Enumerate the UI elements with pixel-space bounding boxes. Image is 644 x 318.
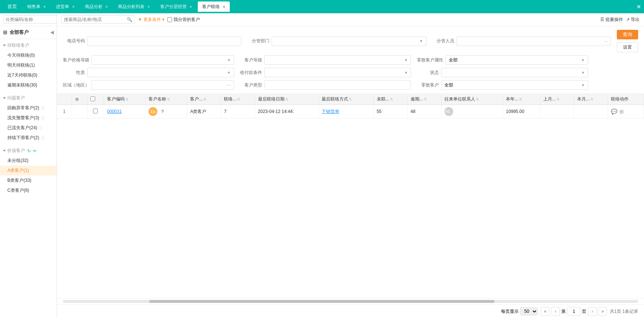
row-checkbox[interactable] <box>87 105 104 119</box>
sidebar-item-class-a[interactable]: A类客户(1) <box>0 166 57 176</box>
close-tab-analysis-list[interactable]: × <box>147 4 150 9</box>
th-no-contact: 未联...⇅ <box>373 94 407 105</box>
sort-icon[interactable]: ⇅ <box>349 97 352 101</box>
prev-page-button[interactable]: ‹ <box>551 307 560 316</box>
sidebar-item-class-b[interactable]: B类客户(33) <box>0 176 57 186</box>
area-select[interactable]: ··· <box>92 80 234 90</box>
th-checkbox[interactable] <box>87 94 104 105</box>
row-code[interactable]: 000031 <box>104 105 146 119</box>
sort-icon[interactable]: ⇅ <box>519 97 522 101</box>
chevron-down-icon: ▼ <box>581 71 585 75</box>
price-level-select[interactable]: ▼ <box>92 55 234 65</box>
sidebar-item-declining[interactable]: 持续下滑客户(2) ⓘ <box>0 133 57 143</box>
phone-input[interactable] <box>87 36 242 46</box>
sidebar-item-overdue-pending[interactable]: 逾期未联络(30) <box>0 80 57 90</box>
sidebar-item-class-c[interactable]: C类客户(6) <box>0 186 57 195</box>
scrollbar-thumb[interactable] <box>149 300 494 303</box>
sidebar-item-tomorrow-pending[interactable]: 明天待联络(1) <box>0 60 57 70</box>
sort-icon[interactable]: ⇅ <box>424 97 427 101</box>
horizontal-scrollbar[interactable] <box>63 300 638 303</box>
sort-icon[interactable]: ⇅ <box>203 97 206 101</box>
sort-icon[interactable]: ⇅ <box>125 97 128 101</box>
payment-select[interactable]: ▼ <box>264 68 411 77</box>
sidebar-item-churned[interactable]: 已流失客户(24) ⓘ <box>0 123 57 133</box>
gear-icon[interactable]: ⚙ <box>75 97 79 102</box>
value-section-title[interactable]: 价值客户 ↻ ✏ <box>0 146 57 156</box>
row-name: Ea ？ <box>146 105 187 119</box>
pending-section-title[interactable]: 待联络客户 <box>0 40 57 50</box>
sort-icon[interactable]: ⇅ <box>476 97 479 101</box>
first-page-button[interactable]: « <box>541 307 550 316</box>
value-edit-icon[interactable]: ✏ <box>33 148 37 153</box>
sort-icon[interactable]: ⇅ <box>167 97 170 101</box>
message-icon[interactable]: 💬 <box>611 109 617 114</box>
close-tab-analysis[interactable]: × <box>105 4 108 9</box>
filter-more-button[interactable]: ▼ 更多条件 ▾ <box>138 17 164 23</box>
tab-sales-order[interactable]: 销售单 × <box>23 1 50 12</box>
manager-select[interactable]: ··· <box>457 36 611 46</box>
close-tab-purchase[interactable]: × <box>72 4 74 9</box>
qr-icon[interactable]: ⊞ <box>619 109 624 114</box>
next-page-button[interactable]: › <box>588 307 597 316</box>
select-all-checkbox[interactable] <box>90 96 95 101</box>
sidebar-item-ungrouped[interactable]: 未分组(32) <box>0 156 57 166</box>
sort-icon[interactable]: ⇅ <box>390 97 393 101</box>
row-level: A类客户 <box>187 105 221 119</box>
filter-phone: 电话号码 <box>63 36 242 46</box>
sort-icon[interactable]: ⇅ <box>557 97 559 101</box>
sort-icon[interactable]: ⇅ <box>285 97 288 101</box>
problem-collapse-icon <box>3 97 6 99</box>
tab-customer-segment[interactable]: 客户分层经营 × <box>156 1 196 12</box>
tab-product-analysis[interactable]: 商品分析 × <box>80 1 112 12</box>
sort-icon[interactable]: ⇅ <box>237 97 240 101</box>
grid-icon: ⊞ <box>3 29 7 35</box>
query-button[interactable]: 查询 <box>617 30 638 39</box>
export-button[interactable]: ↗ 导出 <box>626 17 640 23</box>
dept-select[interactable]: ▼ <box>272 36 426 46</box>
settings-button[interactable]: 设置 <box>617 42 638 52</box>
close-tab-segment[interactable]: × <box>190 4 192 9</box>
th-action: 联络动作 <box>608 94 644 105</box>
sidebar-item-churn-warning[interactable]: 流失预警客户(3) ⓘ <box>0 113 57 123</box>
main-content: 🔍 ▼ 更多条件 ▾ 我分管的客户 ☰ 批量操作 ↗ 导出 <box>57 13 644 318</box>
retail-customer-select[interactable]: 全部 ▼ <box>441 80 588 90</box>
batch-operation-button[interactable]: ☰ 批量操作 <box>600 17 623 23</box>
value-section: 价值客户 ↻ ✏ 未分组(32) A类客户(1) B类客户(33) C类客户(6… <box>0 144 57 197</box>
sidebar-collapse-button[interactable]: ◀ <box>50 30 54 35</box>
my-customers-checkbox[interactable] <box>167 17 172 22</box>
customer-level-select[interactable]: ▼ <box>264 55 411 65</box>
filter-price-level: 客户价格等级 ▼ <box>63 55 234 65</box>
value-refresh-icon[interactable]: ↻ <box>27 148 31 153</box>
page-number-input[interactable] <box>567 307 580 316</box>
sidebar-search-input[interactable] <box>3 15 57 24</box>
sidebar-all-customers[interactable]: ⊞ 全部客户 ◀ <box>0 26 57 39</box>
tab-purchase-order[interactable]: 进货单 × <box>51 1 79 12</box>
row-last-method[interactable]: 下销货单 <box>319 105 373 119</box>
close-window-button[interactable]: ✕ <box>636 3 641 10</box>
close-tab-sales[interactable]: × <box>43 4 46 9</box>
more-icon[interactable]: ··· <box>227 82 231 88</box>
row-no-contact: 55 <box>373 105 407 119</box>
sidebar-item-repurchase-abnormal[interactable]: 回购异常客户(2) ⓘ <box>0 103 57 113</box>
last-page-button[interactable]: » <box>598 307 607 316</box>
th-gear[interactable]: ⚙ <box>72 94 87 105</box>
tab-analysis-list[interactable]: 商品分析列表 × <box>114 1 154 12</box>
close-tab-contact[interactable]: × <box>223 4 225 9</box>
filter-row-4: 区域（地区） ··· 客户类型 零散客户 全部 ▼ <box>63 80 638 90</box>
tab-customer-contact[interactable]: 客户联络 × <box>198 1 229 12</box>
home-tab[interactable]: 首页 <box>3 3 21 10</box>
retail-attr-select[interactable]: 全部 ▼ <box>446 55 588 65</box>
search-input[interactable] <box>64 17 125 22</box>
row-select-checkbox[interactable] <box>93 109 98 113</box>
sort-icon[interactable]: ⇅ <box>590 97 593 101</box>
sidebar-item-today-pending[interactable]: 今天待联络(0) <box>0 50 57 60</box>
status-select[interactable]: ▼ <box>441 68 588 77</box>
problem-section-title[interactable]: 问题客户 <box>0 93 57 103</box>
nature-select[interactable]: ▼ <box>87 68 234 77</box>
more-icon[interactable]: ··· <box>604 39 608 44</box>
page-size-select[interactable]: 50 <box>520 307 538 315</box>
sidebar-item-week-pending[interactable]: 近7天待联络(0) <box>0 70 57 80</box>
chevron-down-icon: ▼ <box>419 39 423 43</box>
customer-type-select[interactable] <box>264 80 411 90</box>
search-icon[interactable]: 🔍 <box>127 17 132 22</box>
